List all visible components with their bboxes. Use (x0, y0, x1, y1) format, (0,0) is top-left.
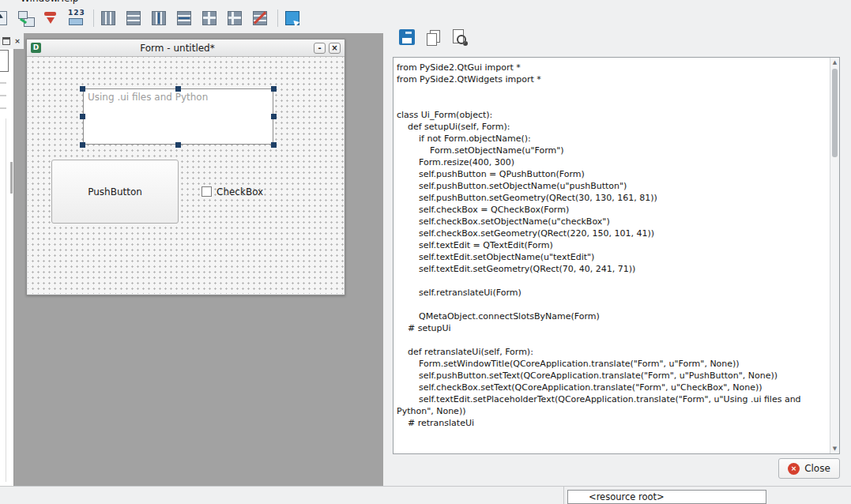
selection-handle[interactable] (175, 142, 181, 148)
save-icon[interactable] (397, 28, 416, 47)
textedit-placeholder: Using .ui files and Python (88, 92, 269, 103)
selection-handle[interactable] (175, 86, 181, 92)
python-code-text[interactable]: from PySide2.QtGui import * from PySide2… (393, 58, 830, 453)
form-window-title: Form - untitled* (44, 43, 311, 54)
selection-handle[interactable] (271, 142, 277, 148)
edit-widgets-icon[interactable] (0, 9, 9, 28)
menu-window[interactable]: Window (21, 0, 58, 4)
selection-handle[interactable] (80, 142, 85, 148)
widget-box-divider (6, 118, 6, 482)
toolbar-separator (277, 9, 278, 27)
scroll-up-icon[interactable]: ▲ (830, 58, 839, 67)
widget-box-filter-input[interactable] (0, 50, 9, 72)
scroll-down-icon[interactable]: ▼ (830, 444, 839, 453)
layout-form-icon[interactable] (225, 9, 244, 28)
edit-signals-slots-icon[interactable] (16, 9, 35, 28)
close-window-button[interactable]: × (329, 43, 341, 54)
layout-splitter-horizontal-icon[interactable] (149, 9, 168, 28)
dock-close-icon[interactable]: × (13, 36, 22, 46)
dock-float-icon[interactable] (2, 36, 11, 46)
copy-icon[interactable] (424, 28, 442, 47)
layout-splitter-vertical-icon[interactable] (175, 9, 194, 28)
edit-tab-order-icon[interactable] (66, 9, 85, 28)
form-canvas[interactable]: Using .ui files and Python PushButton Ch… (28, 57, 344, 294)
widget-box-item (0, 82, 6, 84)
close-button-label: Close (804, 463, 830, 474)
checkbox-label: CheckBox (217, 186, 263, 197)
dock-divider (563, 486, 564, 504)
widget-box-scrollbar[interactable] (10, 162, 13, 194)
close-circle-icon: × (788, 463, 800, 475)
checkbox-widget[interactable]: CheckBox (201, 175, 281, 208)
textedit-widget[interactable]: Using .ui files and Python (83, 88, 273, 145)
widget-box-item (0, 95, 6, 96)
form-window-titlebar[interactable]: D Form - untitled* - × (27, 39, 345, 57)
code-scrollbar[interactable]: ▲ ▼ (830, 58, 839, 453)
find-icon[interactable] (450, 28, 469, 47)
widget-box-dock-titlebar: × (0, 33, 24, 49)
designer-form-icon: D (31, 43, 41, 53)
checkbox-indicator[interactable] (201, 186, 212, 197)
resource-root-label: <resource root> (589, 491, 665, 502)
layout-grid-icon[interactable] (200, 9, 219, 28)
layout-horizontal-icon[interactable] (99, 9, 118, 28)
menu-help[interactable]: Help (57, 0, 78, 4)
break-layout-icon[interactable] (250, 9, 269, 28)
minimize-button[interactable]: - (314, 43, 326, 54)
selection-handle[interactable] (271, 114, 277, 119)
pushbutton-widget[interactable]: PushButton (51, 160, 179, 224)
resource-root-item[interactable]: <resource root> (567, 490, 766, 504)
menubar: Window Help (0, 0, 851, 6)
code-preview-panel: from PySide2.QtGui import * from PySide2… (383, 22, 851, 486)
widget-box-panel (0, 49, 14, 486)
adjust-size-icon[interactable] (283, 9, 302, 28)
layout-vertical-icon[interactable] (124, 9, 143, 28)
edit-buddies-icon[interactable] (41, 9, 60, 28)
selection-handle[interactable] (80, 86, 85, 92)
scrollbar-thumb[interactable] (832, 69, 838, 157)
toolbar-separator (93, 9, 94, 27)
selection-handle[interactable] (271, 86, 277, 92)
close-button[interactable]: × Close (778, 458, 840, 479)
code-preview-toolbar (397, 28, 469, 47)
form-editor-window: D Form - untitled* - × Using .ui files a… (26, 39, 345, 295)
code-view[interactable]: from PySide2.QtGui import * from PySide2… (393, 57, 840, 454)
widget-box-item (0, 107, 6, 109)
selection-handle[interactable] (80, 114, 85, 119)
